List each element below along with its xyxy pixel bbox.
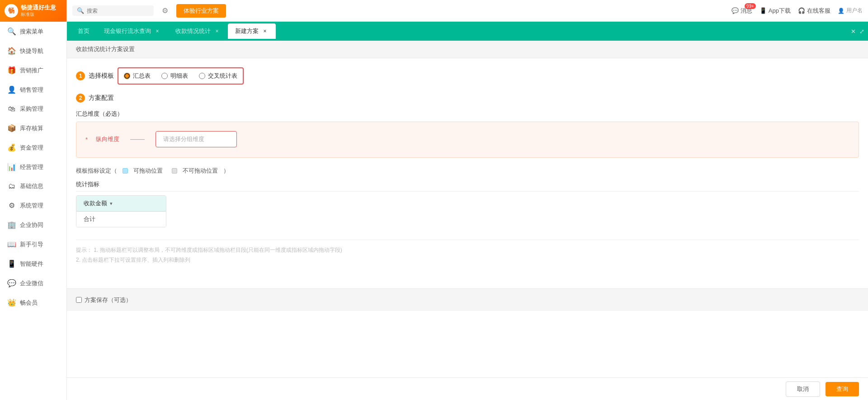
industry-button[interactable]: 体验行业方案: [176, 4, 226, 18]
topbar-right: 💬 消息 99+ 📱 App下载 🎧 在线客服 👤 用户名: [731, 7, 863, 15]
radio-summary[interactable]: 汇总表: [124, 72, 151, 80]
message-count: 99+: [745, 3, 756, 9]
search-icon: 🔍: [7, 27, 16, 36]
building-icon: 🏢: [7, 221, 16, 229]
settings-icon[interactable]: ⚙: [158, 4, 172, 18]
radio-detail-input[interactable]: [161, 73, 168, 79]
sidebar-item-basic[interactable]: 🗂 基础信息: [0, 177, 66, 196]
sidebar-item-inventory[interactable]: 📦 库存核算: [0, 118, 66, 138]
sidebar-item-label: 基础信息: [20, 182, 43, 190]
content-area: 收款情况统计方案设置 1 选择模板 汇总表: [67, 41, 868, 377]
form-content: 1 选择模板 汇总表 明细表: [67, 58, 868, 288]
sidebar-item-newbie[interactable]: 📖 新手引导: [0, 235, 66, 254]
step1-header: 1 选择模板 汇总表 明细表: [76, 67, 859, 85]
search-box[interactable]: 🔍: [72, 5, 154, 16]
template-options: 汇总表 明细表 交叉统计表: [118, 67, 244, 85]
sidebar-item-sales[interactable]: 👤 销售管理: [0, 80, 66, 99]
online-service[interactable]: 🎧 在线客服: [798, 7, 830, 15]
radio-detail[interactable]: 明细表: [161, 72, 188, 80]
money-icon: 💰: [7, 143, 16, 152]
sidebar-item-label: 资金管理: [20, 144, 43, 152]
draggable-badge: [123, 168, 128, 174]
search-input[interactable]: [87, 8, 141, 14]
sidebar-item-enterprise[interactable]: 🏢 企业协同: [0, 215, 66, 235]
indicator-table-header[interactable]: 收款金额 ▾: [76, 196, 166, 212]
sidebar-item-operation[interactable]: 📊 经营管理: [0, 157, 66, 177]
radio-cross[interactable]: 交叉统计表: [199, 72, 237, 80]
cancel-button[interactable]: 取消: [786, 381, 820, 397]
topbar: 🔍 ⚙ 体验行业方案 💬 消息 99+ 📱 App下载 🎧 在线客服 👤 用户名: [67, 0, 868, 22]
tabbar: 首页 现金银行流水查询 × 收款情况统计 × 新建方案 × ✕ ⤢: [67, 22, 868, 41]
fixed-label: 不可拖动位置: [183, 167, 218, 175]
sidebar-item-label: 新手引导: [20, 240, 43, 249]
required-mark: *: [85, 136, 88, 143]
user-area[interactable]: 👤 用户名: [838, 7, 863, 14]
sidebar-item-search[interactable]: 🔍 搜索菜单: [0, 22, 66, 41]
indicator-row-text: 合计: [84, 216, 95, 222]
chat-icon: 💬: [7, 279, 16, 287]
tab-cashflow-label: 现金银行流水查询: [104, 27, 151, 35]
footer-area: 方案保存（可选）: [67, 288, 868, 311]
logo-icon: 畅: [5, 4, 18, 18]
indicators-header: 模板指标设定（ 可拖动位置 不可拖动位置 ）: [76, 167, 859, 175]
sidebar-nav: 🔍 搜索菜单 🏠 快捷导航 🎁 营销推广 👤 销售管理 🛍 采购管理 📦 库存核…: [0, 22, 66, 400]
logo-title: 畅捷通好生意: [21, 4, 56, 11]
save-option[interactable]: 方案保存（可选）: [76, 296, 132, 304]
sidebar-item-label: 畅会员: [20, 299, 38, 307]
radio-summary-label: 汇总表: [133, 72, 151, 80]
sidebar-item-system[interactable]: ⚙ 系统管理: [0, 196, 66, 215]
sidebar-item-purchase[interactable]: 🛍 采购管理: [0, 99, 66, 118]
search-icon: 🔍: [77, 7, 84, 14]
dimension-placeholder: 请选择分组维度: [163, 136, 204, 142]
tab-cashflow[interactable]: 现金银行流水查询 ×: [97, 24, 168, 39]
tips-line2: 2. 点击标题栏下拉可设置排序、插入列和删除列: [76, 255, 859, 265]
window-expand-icon[interactable]: ⤢: [859, 28, 864, 35]
step1-title: 选择模板: [89, 72, 114, 80]
vertical-dimension-label: 纵向维度: [96, 135, 119, 143]
sidebar-item-label: 快捷导航: [20, 47, 43, 55]
sidebar-item-capital[interactable]: 💰 资金管理: [0, 138, 66, 157]
radio-cross-input[interactable]: [199, 73, 205, 79]
home-icon: 🏠: [7, 47, 16, 55]
download-icon: 📱: [760, 7, 767, 14]
close-paren: ）: [223, 167, 229, 175]
indicators-label: 模板指标设定（: [76, 167, 117, 175]
tab-new-plan[interactable]: 新建方案 ×: [228, 24, 276, 39]
sidebar-item-marketing[interactable]: 🎁 营销推广: [0, 61, 66, 80]
indicators-section: 模板指标设定（ 可拖动位置 不可拖动位置 ） 统计指标 收款金额 ▾: [76, 167, 859, 229]
tab-collection-close[interactable]: ×: [213, 28, 221, 35]
tab-cashflow-close[interactable]: ×: [154, 28, 161, 35]
app-download[interactable]: 📱 App下载: [760, 7, 791, 15]
user-icon: 👤: [7, 85, 16, 94]
sidebar-item-member[interactable]: 👑 畅会员: [0, 293, 66, 312]
username: 用户名: [846, 7, 863, 14]
sidebar-item-label: 企业协同: [20, 221, 43, 229]
radio-summary-input[interactable]: [124, 73, 130, 79]
radio-detail-label: 明细表: [170, 72, 188, 80]
tab-new-plan-close[interactable]: ×: [261, 28, 269, 35]
user-avatar: 👤: [838, 8, 844, 14]
tabbar-actions: ✕ ⤢: [851, 28, 864, 35]
query-button[interactable]: 查询: [826, 382, 859, 396]
sidebar-item-weixin[interactable]: 💬 企业微信: [0, 273, 66, 293]
window-close-icon[interactable]: ✕: [851, 28, 856, 35]
step2-title: 方案配置: [89, 94, 114, 102]
tab-home-label: 首页: [78, 27, 90, 35]
sidebar-item-hardware[interactable]: 📱 智能硬件: [0, 254, 66, 273]
sidebar-item-quicknav[interactable]: 🏠 快捷导航: [0, 41, 66, 61]
radio-cross-label: 交叉统计表: [208, 72, 237, 80]
sidebar-item-label: 库存核算: [20, 124, 43, 132]
tab-home[interactable]: 首页: [71, 24, 97, 39]
sidebar: 畅 畅捷通好生意 标准版 🔍 搜索菜单 🏠 快捷导航 🎁 营销推广 👤 销售管理…: [0, 0, 67, 400]
tab-collection-label: 收款情况统计: [175, 27, 211, 35]
crown-icon: 👑: [7, 298, 16, 307]
sidebar-item-label: 销售管理: [20, 86, 43, 94]
phone-icon: 📱: [7, 259, 16, 268]
indicator-table: 收款金额 ▾ 合计: [76, 195, 166, 227]
save-checkbox[interactable]: [76, 297, 82, 303]
dimension-select[interactable]: 请选择分组维度: [156, 131, 237, 147]
gear-icon: ⚙: [7, 201, 16, 210]
tab-collection[interactable]: 收款情况统计 ×: [168, 24, 228, 39]
message-badge[interactable]: 💬 消息 99+: [731, 7, 752, 15]
indicator-table-row: 合计: [76, 212, 166, 227]
